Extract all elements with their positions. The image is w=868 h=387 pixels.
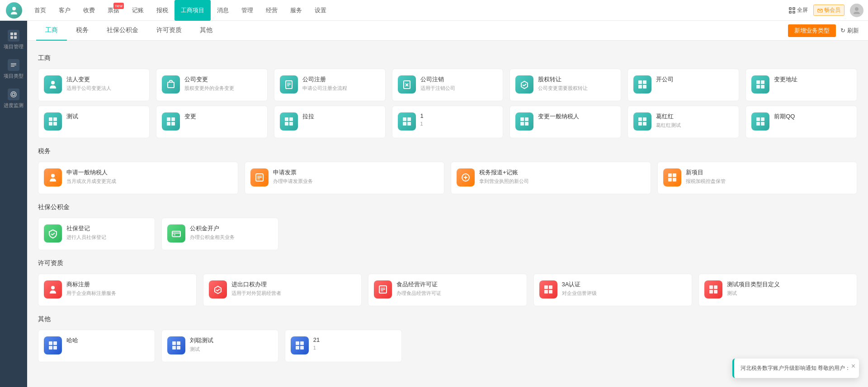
card-xin-xiangmu[interactable]: 新项目 报税加税控盘保管 [657, 162, 858, 194]
nav-message[interactable]: 消息 [211, 0, 235, 21]
notification-close[interactable]: × [851, 362, 855, 370]
nav-fee[interactable]: 收费 [77, 0, 101, 21]
card-icon-3a [539, 280, 557, 298]
svg-rect-1 [789, 8, 791, 9]
card-biangeng-dizhi[interactable]: 变更地址 [745, 69, 857, 101]
card-faziren-biangeng[interactable]: 法人变更 适用于公司变更法人 [38, 69, 150, 101]
nav-tax[interactable]: 报税 [150, 0, 175, 21]
avatar[interactable] [850, 4, 863, 17]
sidebar-label-project-type: 项目类型 [4, 73, 24, 79]
card-shangbiao-zhuce[interactable]: 商标注册 用于企业商标注册服务 [38, 274, 197, 306]
nav-manage[interactable]: 管理 [235, 0, 259, 21]
nav-settings[interactable]: 设置 [308, 0, 333, 21]
svg-rect-2 [793, 8, 795, 9]
nav-service[interactable]: 服务 [284, 0, 308, 21]
card-shipin[interactable]: 食品经营许可证 办理食品经营许可证 [368, 274, 527, 306]
card-3a[interactable]: 3A认证 对企业信誉评级 [533, 274, 692, 306]
card-qianqi-qq[interactable]: 前期QQ [745, 106, 857, 138]
svg-rect-88 [714, 290, 717, 294]
svg-rect-43 [285, 122, 288, 126]
sidebar-label-progress: 进度监测 [4, 102, 24, 109]
tab-shuiwu[interactable]: 税务 [67, 21, 98, 41]
card-jinchukou[interactable]: 进出口权办理 适用于对外贸易经营者 [203, 274, 362, 306]
svg-rect-41 [285, 117, 288, 121]
refresh-button[interactable]: ↻ 刷新 [840, 27, 859, 35]
svg-rect-13 [11, 66, 14, 67]
card-icon-shipin [374, 280, 392, 298]
tab-xuke[interactable]: 许可资质 [147, 21, 191, 41]
svg-rect-7 [10, 33, 13, 35]
svg-rect-3 [789, 11, 791, 13]
svg-rect-25 [638, 80, 642, 84]
card-shenqing-fapiao[interactable]: 申请发票 办理申请发票业务 [245, 162, 445, 194]
card-shebao-dengji[interactable]: 社保登记 进行人员社保登记 [38, 218, 155, 250]
card-ceshi-xiangmu[interactable]: 测试项目类型目定义 测试 [698, 274, 857, 306]
card-icon-gehonghong [633, 112, 651, 131]
svg-rect-75 [174, 234, 175, 235]
svg-rect-59 [756, 122, 760, 126]
notification-popup: × 河北税务数字账户升级影响通知 尊敬的用户： [732, 359, 859, 378]
card-gongsi-zhuce[interactable]: 公司注册 申请公司注册全流程 [274, 69, 386, 101]
nav-ticket[interactable]: 票据 new [101, 0, 126, 21]
card-21[interactable]: 21 1 [285, 330, 402, 362]
nav-bookkeeping[interactable]: 记账 [126, 0, 150, 21]
card-ceshi[interactable]: 测试 [38, 106, 150, 138]
sidebar: 项目管理 项目类型 进度监测 [0, 21, 27, 387]
svg-point-14 [11, 92, 16, 97]
card-gongjijin-kaihu[interactable]: 公积金开户 办理公积金相关业务 [161, 218, 278, 250]
svg-rect-89 [49, 341, 52, 345]
card-kai-gongsi[interactable]: 开公司 [627, 69, 739, 101]
tabs-right: 新增业务类型 ↻ 刷新 [788, 24, 859, 37]
svg-rect-82 [549, 285, 552, 289]
svg-rect-36 [53, 122, 57, 126]
card-biangeng2[interactable]: 变更 [156, 106, 268, 138]
logo[interactable] [5, 1, 24, 20]
sidebar-label-project-manage: 项目管理 [4, 43, 24, 50]
card-gongsi-biangeng[interactable]: 公司变更 股权变更外的业务变更 [156, 69, 268, 101]
nav-home[interactable]: 首页 [28, 0, 52, 21]
tab-gongshang[interactable]: 工商 [36, 21, 67, 41]
nav-industrial[interactable]: 工商项目 [175, 0, 211, 21]
card-icon-faziren [44, 75, 62, 93]
card-liucong-ceshi[interactable]: 刘聪测试 测试 [161, 330, 278, 362]
sidebar-item-progress[interactable]: 进度监测 [0, 84, 27, 113]
content-area: 工商 法人变更 适用于公司变更法人 公司变更 股权变更外的业务变更 [27, 41, 868, 380]
svg-rect-51 [520, 122, 524, 126]
nav-business[interactable]: 经营 [259, 0, 284, 21]
card-icon-shebao [44, 224, 62, 242]
sidebar-item-project-manage[interactable]: 项目管理 [0, 25, 27, 55]
svg-rect-100 [300, 346, 304, 350]
card-icon-shuiwu-baodao [457, 168, 475, 187]
refresh-icon: ↻ [840, 27, 845, 34]
card-icon-gongsi-zhuce [280, 75, 298, 93]
card-guquan-zhuanrang[interactable]: 股权转让 公司变更需要股权转让 [509, 69, 621, 101]
card-shuiwu-baodao[interactable]: 税务报道+记账 拿到营业执照的新公司 [451, 162, 651, 194]
new-type-button[interactable]: 新增业务类型 [788, 24, 836, 37]
svg-rect-60 [761, 122, 764, 126]
card-gongsi-zhuxiao[interactable]: 公司注销 适用于注销公司 [392, 69, 504, 101]
card-shenqing-yiban[interactable]: 申请一般纳税人 当月或次月成变更完成 [38, 162, 238, 194]
project-type-icon [8, 59, 19, 71]
svg-rect-96 [177, 346, 180, 350]
card-haha[interactable]: 哈哈 [38, 330, 155, 362]
card-icon-lala [280, 112, 298, 131]
svg-rect-50 [525, 117, 528, 121]
vip-button[interactable]: 畅会员 [813, 5, 844, 16]
svg-rect-29 [756, 80, 760, 84]
card-gehonghong[interactable]: 葛红红 葛红红测试 [627, 106, 739, 138]
svg-rect-94 [177, 341, 180, 345]
card-icon-ceshi-xiangmu [704, 280, 722, 298]
svg-rect-35 [49, 122, 52, 126]
fullscreen-btn[interactable]: 全屏 [789, 6, 808, 14]
svg-rect-53 [638, 117, 642, 121]
card-lala[interactable]: 拉拉 [274, 106, 386, 138]
svg-rect-8 [14, 33, 17, 35]
sidebar-item-project-type[interactable]: 项目类型 [0, 55, 27, 84]
tab-shebao[interactable]: 社保公积金 [98, 21, 147, 41]
tab-qita[interactable]: 其他 [191, 21, 222, 41]
svg-rect-73 [172, 231, 180, 237]
nav-customer[interactable]: 客户 [52, 0, 77, 21]
card-biangeng-yiban[interactable]: 变更一般纳税人 [509, 106, 621, 138]
card-1[interactable]: 1 1 [392, 106, 504, 138]
svg-rect-12 [11, 65, 16, 65]
